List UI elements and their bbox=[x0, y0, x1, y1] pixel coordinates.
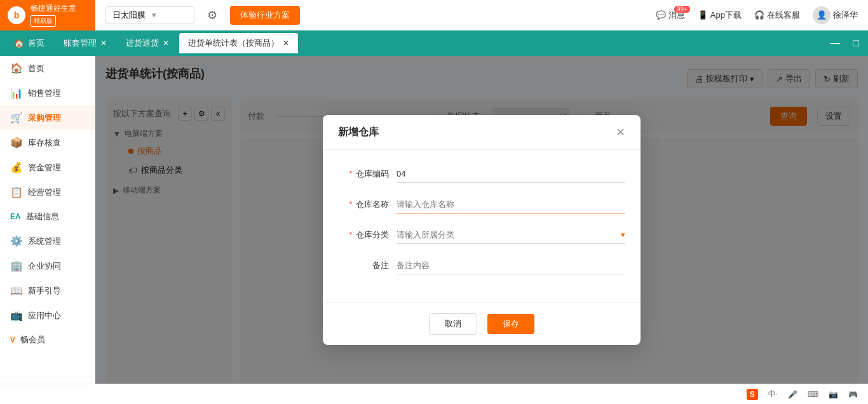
main-layout: 🏠 首页 📊 销售管理 🛒 采购管理 📦 库存核查 💰 资金管理 📋 经营管理 … bbox=[0, 56, 868, 404]
required-mark: * bbox=[349, 230, 352, 239]
sidebar-item-enterprise[interactable]: 🏢 企业协同 bbox=[0, 253, 95, 278]
window-buttons: — □ bbox=[826, 36, 863, 50]
content-area: 进货单统计(按商品) 🖨 按模板打印 ▾ ↗ 导出 ↻ 刷新 bbox=[95, 56, 868, 404]
ime-status[interactable]: 中· bbox=[768, 389, 778, 400]
sidebar-item-sales[interactable]: 📊 销售管理 bbox=[0, 81, 95, 105]
form-row-note: 备注 bbox=[338, 257, 625, 274]
logo-text: 畅捷通好生意 精易版 bbox=[31, 3, 76, 27]
logo-area: b 畅捷通好生意 精易版 bbox=[0, 0, 95, 30]
enterprise-icon: 🏢 bbox=[10, 260, 23, 272]
headset-icon: 🎧 bbox=[754, 10, 764, 20]
basic-icon: EA bbox=[10, 212, 21, 221]
cancel-button[interactable]: 取消 bbox=[429, 313, 477, 335]
sidebar-item-guide[interactable]: 📖 新手引导 bbox=[0, 278, 95, 303]
form-row-category: * 仓库分类 ▾ bbox=[338, 226, 625, 244]
modal-overlay: 新增仓库 ✕ * 仓库编码 * bbox=[95, 56, 868, 404]
save-button[interactable]: 保存 bbox=[487, 314, 534, 334]
keyboard-icon[interactable]: ⌨ bbox=[808, 390, 818, 399]
app-download-btn[interactable]: 📱 App下载 bbox=[698, 10, 742, 21]
tab-purchase-return[interactable]: 进货退货 ✕ bbox=[117, 33, 178, 53]
brand-s-icon[interactable]: S bbox=[747, 389, 758, 400]
form-row-name: * 仓库名称 bbox=[338, 196, 625, 213]
trial-button[interactable]: 体验行业方案 bbox=[230, 6, 300, 25]
mic-icon[interactable]: 🎤 bbox=[788, 390, 797, 399]
sidebar-item-capital[interactable]: 💰 资金管理 bbox=[0, 155, 95, 180]
sidebar-item-operation[interactable]: 📋 经营管理 bbox=[0, 180, 95, 205]
sidebar-item-vip[interactable]: V 畅会员 bbox=[0, 328, 95, 352]
phone-icon: 📱 bbox=[698, 10, 708, 20]
sidebar: 🏠 首页 📊 销售管理 🛒 采购管理 📦 库存核查 💰 资金管理 📋 经营管理 … bbox=[0, 56, 95, 404]
vip-icon: V bbox=[10, 335, 15, 344]
category-input[interactable] bbox=[397, 230, 621, 239]
sidebar-item-app-center[interactable]: 📺 应用中心 bbox=[0, 303, 95, 328]
header-right: 💬 消息 99+ 📱 App下载 🎧 在线客服 👤 徐泽华 bbox=[656, 6, 858, 24]
camera-icon[interactable]: 📷 bbox=[829, 390, 838, 399]
avatar-image: 👤 bbox=[813, 6, 831, 24]
sidebar-item-basic[interactable]: EA 基础信息 bbox=[0, 205, 95, 229]
gamepad-icon[interactable]: 🎮 bbox=[848, 390, 858, 399]
chevron-down-icon: ▾ bbox=[152, 10, 187, 20]
sales-icon: 📊 bbox=[10, 87, 23, 99]
system-icon: ⚙️ bbox=[10, 235, 23, 247]
inventory-icon: 📦 bbox=[10, 137, 23, 149]
sidebar-item-home[interactable]: 🏠 首页 bbox=[0, 56, 95, 81]
note-label: 备注 bbox=[338, 260, 389, 271]
sidebar-item-inventory[interactable]: 📦 库存核查 bbox=[0, 130, 95, 155]
form-row-code: * 仓库编码 bbox=[338, 165, 625, 183]
tab-close-icon[interactable]: ✕ bbox=[163, 39, 169, 48]
note-input[interactable] bbox=[397, 257, 625, 274]
home-icon: 🏠 bbox=[14, 39, 24, 48]
category-select-wrapper: ▾ bbox=[397, 226, 625, 244]
minimize-button[interactable]: — bbox=[826, 36, 844, 50]
modal-footer: 取消 保存 bbox=[323, 302, 641, 345]
tab-close-icon[interactable]: ✕ bbox=[100, 39, 107, 48]
tab-accounts[interactable]: 账套管理 ✕ bbox=[55, 33, 116, 53]
maximize-button[interactable]: □ bbox=[849, 36, 863, 50]
modal-header: 新增仓库 ✕ bbox=[323, 115, 641, 150]
code-label: * 仓库编码 bbox=[338, 168, 389, 180]
sidebar-item-system[interactable]: ⚙️ 系统管理 bbox=[0, 229, 95, 253]
store-selector[interactable]: 日太阳膜 ▾ bbox=[105, 6, 194, 24]
warehouse-name-input[interactable] bbox=[397, 196, 625, 213]
purchase-icon: 🛒 bbox=[10, 112, 23, 124]
user-avatar[interactable]: 👤 徐泽华 bbox=[813, 6, 858, 24]
warehouse-code-input[interactable] bbox=[397, 165, 625, 183]
category-label: * 仓库分类 bbox=[338, 229, 389, 241]
category-arrow-icon[interactable]: ▾ bbox=[621, 230, 625, 239]
status-bar: S 中· 🎤 ⌨ 📷 🎮 bbox=[0, 384, 868, 404]
app-center-icon: 📺 bbox=[10, 309, 23, 321]
tab-close-icon[interactable]: ✕ bbox=[283, 39, 289, 48]
tab-home[interactable]: 🏠 首页 bbox=[5, 33, 53, 53]
tab-bar: 🏠 首页 账套管理 ✕ 进货退货 ✕ 进货单统计表（按商品） ✕ — □ bbox=[0, 30, 868, 56]
required-mark: * bbox=[349, 199, 352, 209]
tab-purchase-stats[interactable]: 进货单统计表（按商品） ✕ bbox=[179, 33, 298, 53]
top-header: b 畅捷通好生意 精易版 日太阳膜 ▾ ⚙ 体验行业方案 💬 消息 99+ 📱 … bbox=[0, 0, 868, 30]
sidebar-item-purchase[interactable]: 🛒 采购管理 bbox=[0, 105, 95, 130]
add-warehouse-modal: 新增仓库 ✕ * 仓库编码 * bbox=[323, 115, 641, 345]
name-label: * 仓库名称 bbox=[338, 199, 389, 210]
messages-btn[interactable]: 💬 消息 99+ bbox=[656, 10, 685, 21]
capital-icon: 💰 bbox=[10, 161, 23, 173]
required-mark: * bbox=[349, 169, 352, 178]
modal-body: * 仓库编码 * 仓库名称 bbox=[323, 150, 641, 302]
message-icon: 💬 bbox=[656, 10, 666, 20]
guide-icon: 📖 bbox=[10, 285, 23, 297]
logo-icon: b bbox=[8, 6, 25, 24]
operation-icon: 📋 bbox=[10, 186, 23, 198]
settings-button[interactable]: ⚙ bbox=[202, 5, 222, 25]
modal-title: 新增仓库 bbox=[338, 126, 379, 139]
modal-close-button[interactable]: ✕ bbox=[616, 125, 625, 139]
home-icon: 🏠 bbox=[10, 62, 23, 74]
online-service-btn[interactable]: 🎧 在线客服 bbox=[754, 10, 800, 21]
